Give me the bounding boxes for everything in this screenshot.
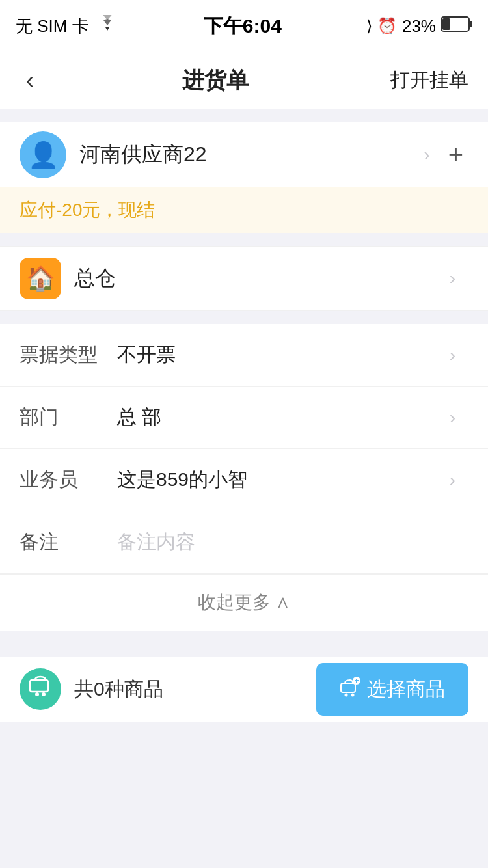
department-value: 总 部 bbox=[111, 404, 450, 431]
form-section: 票据类型 不开票 › 部门 总 部 › 业务员 这是859的小智 › 备注 备注… bbox=[0, 324, 488, 631]
warehouse-icon: 🏠 bbox=[20, 258, 61, 299]
invoice-type-value: 不开票 bbox=[111, 342, 450, 368]
status-right: ⟩ ⏰ 23% bbox=[366, 16, 472, 37]
invoice-type-label: 票据类型 bbox=[20, 342, 111, 368]
svg-point-7 bbox=[345, 693, 348, 696]
salesperson-label: 业务员 bbox=[20, 467, 111, 493]
notice-text: 应付-20元，现结 bbox=[20, 200, 155, 220]
svg-rect-1 bbox=[469, 21, 472, 27]
house-icon: 🏠 bbox=[26, 265, 55, 292]
svg-point-5 bbox=[42, 692, 46, 696]
status-time: 下午6:04 bbox=[204, 13, 282, 40]
collapse-button[interactable]: 收起更多 ∧ bbox=[0, 574, 488, 631]
notice-bar: 应付-20元，现结 bbox=[0, 187, 488, 233]
select-product-button[interactable]: 选择商品 bbox=[316, 663, 468, 716]
product-count: 共0种商品 bbox=[74, 676, 316, 703]
department-row[interactable]: 部门 总 部 › bbox=[0, 387, 488, 449]
salesperson-row[interactable]: 业务员 这是859的小智 › bbox=[0, 449, 488, 511]
status-left: 无 SIM 卡 bbox=[16, 15, 119, 38]
warehouse-chevron-icon: › bbox=[450, 268, 455, 289]
product-icon bbox=[20, 668, 61, 710]
section-divider-2 bbox=[0, 233, 488, 246]
warehouse-section: 🏠 总仓 › bbox=[0, 246, 488, 311]
avatar-icon: 👤 bbox=[28, 141, 59, 169]
supplier-row[interactable]: 👤 河南供应商22 › + bbox=[0, 122, 488, 187]
add-button[interactable]: + bbox=[443, 140, 468, 169]
invoice-type-row[interactable]: 票据类型 不开票 › bbox=[0, 324, 488, 387]
sim-text: 无 SIM 卡 bbox=[16, 15, 89, 38]
alarm-icon: ⏰ bbox=[377, 17, 397, 35]
salesperson-value: 这是859的小智 bbox=[111, 467, 450, 493]
back-button[interactable]: ‹ bbox=[20, 61, 40, 101]
battery-text: 23% bbox=[402, 16, 436, 36]
invoice-chevron-icon: › bbox=[450, 345, 455, 366]
chevron-right-icon: › bbox=[424, 144, 429, 165]
supplier-section: 👤 河南供应商22 › + 应付-20元，现结 bbox=[0, 122, 488, 233]
department-chevron-icon: › bbox=[450, 407, 455, 428]
select-cart-icon bbox=[340, 677, 360, 702]
status-bar: 无 SIM 卡 下午6:04 ⟩ ⏰ 23% bbox=[0, 0, 488, 52]
collapse-text: 收起更多 ∧ bbox=[198, 590, 291, 615]
section-divider-3 bbox=[0, 631, 488, 644]
page-title: 进货单 bbox=[182, 66, 249, 96]
battery-icon bbox=[441, 16, 472, 37]
warehouse-name: 总仓 bbox=[74, 264, 450, 293]
remark-label: 备注 bbox=[20, 529, 111, 556]
open-pending-button[interactable]: 打开挂单 bbox=[390, 67, 468, 94]
supplier-avatar: 👤 bbox=[20, 131, 66, 178]
bottom-fill bbox=[0, 722, 488, 868]
supplier-name: 河南供应商22 bbox=[79, 141, 424, 169]
wifi-icon bbox=[96, 15, 119, 38]
location-icon: ⟩ bbox=[366, 17, 372, 35]
product-bar: 共0种商品 选择商品 bbox=[0, 657, 488, 722]
select-btn-label: 选择商品 bbox=[367, 676, 445, 703]
salesperson-chevron-icon: › bbox=[450, 470, 455, 491]
remark-input[interactable]: 备注内容 bbox=[111, 529, 468, 556]
nav-bar: ‹ 进货单 打开挂单 bbox=[0, 52, 488, 109]
warehouse-row[interactable]: 🏠 总仓 › bbox=[0, 246, 488, 311]
svg-rect-3 bbox=[30, 680, 48, 692]
svg-rect-6 bbox=[341, 683, 355, 692]
remark-row[interactable]: 备注 备注内容 bbox=[0, 511, 488, 574]
svg-point-4 bbox=[35, 692, 39, 696]
svg-rect-2 bbox=[442, 18, 450, 30]
department-label: 部门 bbox=[20, 404, 111, 431]
svg-point-8 bbox=[351, 693, 355, 696]
section-divider-1 bbox=[0, 109, 488, 122]
cart-icon bbox=[29, 675, 52, 703]
